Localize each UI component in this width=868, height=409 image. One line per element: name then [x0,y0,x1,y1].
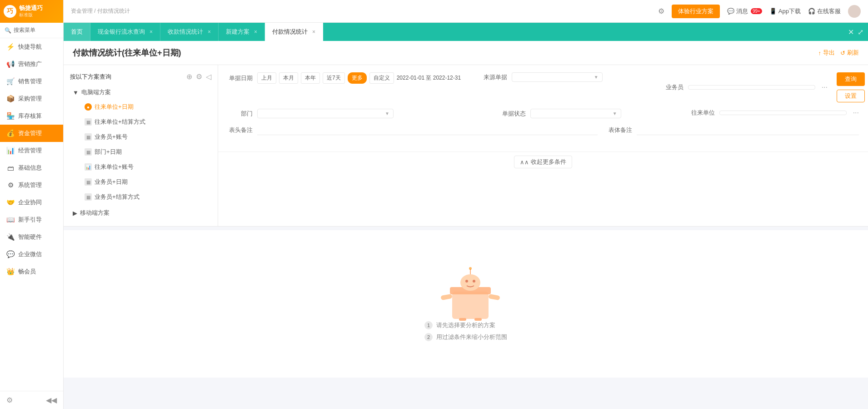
collapse-button[interactable]: ∧∧ 收起更多条件 [514,156,572,168]
tab-home[interactable]: 首页 [64,23,90,41]
collapse-sidebar-icon[interactable]: ◀◀ [46,396,57,404]
system-icon: ⚙ [6,181,15,189]
filter-group-mobile-title[interactable]: ▶ 移动端方案 [68,206,218,220]
export-label: 导出 [823,49,835,57]
service-label: 在线客服 [817,7,841,15]
add-scheme-icon[interactable]: ⊕ [186,72,192,81]
source-select[interactable]: ▼ [512,72,603,82]
newbie-icon: 📖 [6,216,15,224]
header-remark-label: 表头备注 [227,126,253,134]
gear-scheme-icon[interactable]: ⚙ [196,72,202,81]
date-btn-more[interactable]: 更多 [348,72,367,84]
tab-receipt-stat-label: 收款情况统计 [168,28,203,36]
filter-item-partner-settle[interactable]: ▦ 往来单位+结算方式 [71,115,215,129]
online-service-button[interactable]: 🎧 在线客服 [808,7,841,15]
sidebar-item-inventory[interactable]: 🏪库存核算 [0,107,63,125]
app-download-button[interactable]: 📱 App下载 [769,7,801,15]
doc-status-select[interactable]: ▼ [530,109,621,118]
staff-dots-icon[interactable]: ··· [822,83,828,91]
sidebar-footer: ⚙ ◀◀ [0,391,63,409]
close-tab-icon[interactable]: ✕ [848,28,854,36]
vip-label: 畅会员 [18,268,36,276]
filter-item-staff-date[interactable]: ▦ 业务员+日期 [71,175,215,189]
sidebar-item-newbie[interactable]: 📖新手引导 [0,211,63,228]
svg-point-6 [469,267,472,270]
tab-payment-stat[interactable]: 付款情况统计 × [265,23,323,41]
user-avatar[interactable] [848,5,861,18]
hardware-label: 智能硬件 [18,233,42,241]
filter-field-date: 单据日期 上月 本月 本年 近7天 更多 自定义 2022-01-01 至 20… [227,72,473,84]
empty-illustration [439,267,493,312]
operation-icon: 📊 [6,146,15,155]
tab-bank-flow-close[interactable]: × [150,29,153,35]
sidebar-item-purchase[interactable]: 📦采购管理 [0,90,63,107]
date-btn-custom[interactable]: 自定义 [369,72,394,84]
page-header: 付款情况统计(往来单位+日期) ↑ 导出 ↺ 刷新 [64,41,868,65]
dept-label: 部门 [227,110,253,118]
filter-item-partner-date-icon: ● [85,103,92,111]
sidebar-item-basicinfo[interactable]: 🗃基础信息 [0,159,63,177]
filter-item-partner-date[interactable]: ● 往来单位+日期 [71,100,215,114]
dept-chevron-down-icon: ▼ [385,111,389,116]
refresh-button[interactable]: ↺ 刷新 [840,49,859,57]
filter-field-partner: 往来单位 ··· [689,109,859,117]
settings-icon[interactable]: ⚙ [6,396,13,404]
sidebar-item-system[interactable]: ⚙系统管理 [0,177,63,194]
purchase-icon: 📦 [6,95,15,103]
wechat-icon: 💬 [6,250,15,258]
basicinfo-label: 基础信息 [18,164,42,172]
sidebar-item-vip[interactable]: 👑畅会员 [0,263,63,280]
sidebar-item-quick-nav[interactable]: ⚡快捷导航 [0,38,63,56]
date-btn-last-month[interactable]: 上月 [257,72,276,84]
empty-illustration-svg [439,267,502,321]
sidebar-item-wechat[interactable]: 💬企业微信 [0,246,63,263]
export-button[interactable]: ↑ 导出 [818,49,835,57]
svg-rect-7 [459,318,466,321]
tab-new-plan[interactable]: 新建方案 × [219,23,265,41]
tab-receipt-stat[interactable]: 收款情况统计 × [160,23,219,41]
header-remark-input[interactable] [257,125,598,135]
search-menu[interactable]: 🔍 搜索菜单 [0,23,63,38]
date-btn-7days[interactable]: 近7天 [323,72,345,84]
date-btn-this-year[interactable]: 本年 [301,72,320,84]
partner-select[interactable] [719,111,847,115]
group-collapse-icon: ▼ [73,89,79,96]
filter-item-dept-date[interactable]: ▦ 部门+日期 [71,145,215,159]
main-area: 资金管理 / 付款情况统计 ⚙ 体验行业方案 💬 消息 99+ 📱 App下载 … [64,0,868,409]
app-icon: 📱 [769,8,777,15]
industry-plan-button[interactable]: 体验行业方案 [672,5,720,18]
tab-receipt-stat-close[interactable]: × [208,29,211,35]
tab-bank-flow[interactable]: 现金银行流水查询 × [90,23,160,41]
sidebar-item-hardware[interactable]: 🔌智能硬件 [0,228,63,246]
topbar-settings-icon[interactable]: ⚙ [658,7,664,15]
message-label: 消息 [736,7,748,15]
partner-dots-icon[interactable]: ··· [853,109,859,117]
sidebar-item-operation[interactable]: 📊经营管理 [0,142,63,159]
expand-tab-icon[interactable]: ⤢ [858,28,863,36]
filter-settings-button[interactable]: 设置 [837,90,865,102]
filter-item-staff-settle[interactable]: ▦ 业务员+结算方式 [71,190,215,204]
body-remark-input[interactable] [637,125,859,135]
quick-nav-label: 快捷导航 [18,43,42,51]
empty-hints: 1 请先选择要分析的方案 2 用过滤条件来缩小分析范围 [424,321,507,341]
date-btn-this-month[interactable]: 本月 [279,72,298,84]
sidebar-item-marketing[interactable]: 📢营销推广 [0,56,63,73]
sidebar-item-enterprise[interactable]: 🤝企业协同 [0,194,63,211]
quick-nav-icon: ⚡ [6,43,15,51]
message-button[interactable]: 💬 消息 99+ [727,7,762,15]
staff-select[interactable] [688,85,815,90]
sidebar-item-fund[interactable]: 💰资金管理 [0,125,63,142]
filter-item-partner-account[interactable]: 📊 往来单位+账号 [71,160,215,174]
topbar: 资金管理 / 付款情况统计 ⚙ 体验行业方案 💬 消息 99+ 📱 App下载 … [64,0,868,23]
tab-new-plan-close[interactable]: × [254,29,257,35]
tab-payment-stat-close[interactable]: × [312,29,315,35]
filter-item-staff-account[interactable]: ▦ 业务员+账号 [71,130,215,144]
collapse-scheme-icon[interactable]: ◁ [206,72,211,81]
filter-item-staff-settle-label: 业务员+结算方式 [95,193,140,201]
filter-group-pc-title[interactable]: ▼ 电脑端方案 [68,86,218,99]
sidebar-item-sales[interactable]: 🛒销售管理 [0,73,63,90]
filter-field-dept: 部门 ▼ [227,109,491,118]
dept-select[interactable]: ▼ [257,109,394,118]
query-button[interactable]: 查询 [837,72,865,86]
search-icon: 🔍 [5,27,11,34]
